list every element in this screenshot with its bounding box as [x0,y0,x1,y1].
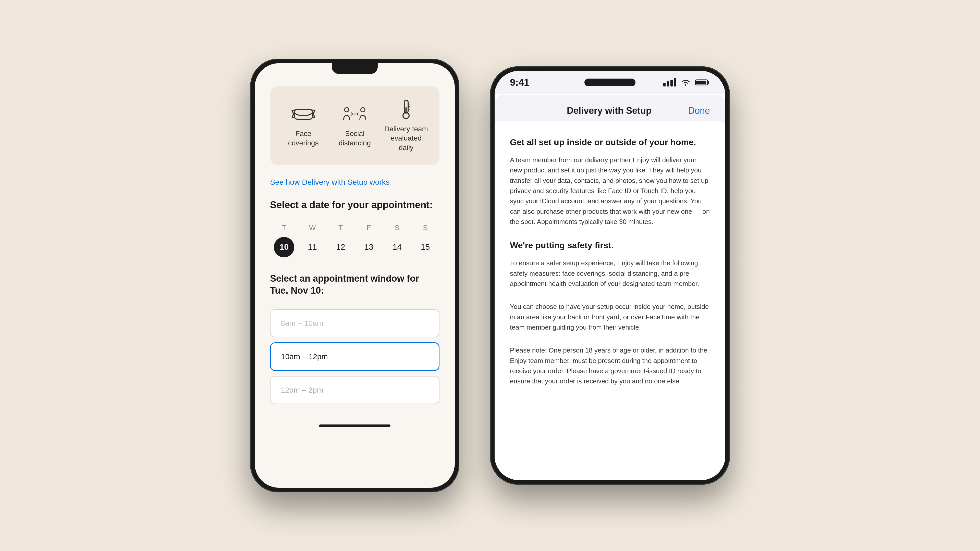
modal-header: Delivery with Setup Done [495,95,725,121]
date-10[interactable]: 10 [274,237,294,257]
thermometer-icon [393,99,419,119]
modal-section1-body: A team member from our delivery partner … [510,155,710,227]
battery-icon [695,79,710,86]
modal-section2-body1: To ensure a safer setup experience, Enjo… [510,258,710,289]
day-W: W [302,224,323,232]
see-how-link[interactable]: See how Delivery with Setup works [270,178,439,186]
time-slot-12pm[interactable]: 12pm – 2pm [270,376,439,404]
calendar-dates: 10 11 12 13 14 15 [270,237,439,257]
day-T2: T [331,224,351,232]
social-distancing-label: Social distancing [332,129,378,148]
safety-item-social-distancing: Social distancing [332,103,378,148]
time-slot-8am[interactable]: 8am – 10am [270,309,439,337]
day-F: F [359,224,379,232]
signal-icon [663,78,676,86]
face-coverings-label: Face coverings [280,129,326,148]
modal-section2-body3: Please note: One person 18 years of age … [510,345,710,386]
delivery-team-label: Delivery team evaluated daily [383,124,429,152]
svg-point-6 [361,108,365,112]
day-S1: S [387,224,407,232]
safety-item-face-coverings: Face coverings [280,103,326,148]
modal-done-button[interactable]: Done [688,105,710,116]
wifi-icon [681,79,690,86]
phone-right-screen: 9:41 [495,71,725,480]
date-13[interactable]: 13 [359,237,379,257]
people-distance-icon [342,103,368,124]
safety-item-delivery-team: Delivery team evaluated daily [383,99,429,152]
status-icons [663,78,710,86]
time-slot-10am[interactable]: 10am – 12pm [270,342,439,371]
home-indicator [319,424,390,427]
status-time: 9:41 [510,77,529,88]
select-date-title: Select a date for your appointment: [270,199,439,211]
day-T1: T [274,224,294,232]
phone-left-screen: Face coverings [255,63,455,488]
calendar: T W T F S S 10 11 12 13 14 15 [270,224,439,257]
safety-card: Face coverings [270,86,439,165]
svg-line-3 [312,110,315,111]
date-14[interactable]: 14 [387,237,407,257]
status-bar: 9:41 [495,71,725,94]
modal-section2-body2: You can choose to have your setup occur … [510,302,710,332]
svg-point-5 [345,108,349,112]
calendar-header: T W T F S S [270,224,439,232]
modal-title: Delivery with Setup [567,105,652,116]
phone-left-content: Face coverings [255,79,455,419]
day-S2: S [415,224,436,232]
modal-sheet: Delivery with Setup Done Get all set up … [495,95,725,480]
modal-body: Get all set up inside or outside of your… [495,121,725,480]
phone-left: Face coverings [250,59,460,492]
modal-section1-title: Get all set up inside or outside of your… [510,137,710,148]
date-11[interactable]: 11 [302,237,323,257]
date-12[interactable]: 12 [331,237,351,257]
svg-line-1 [292,110,294,111]
modal-section2-title: We're putting safety first. [510,240,710,251]
svg-rect-15 [696,81,706,84]
face-mask-icon [291,103,316,124]
phone-right: 9:41 [490,66,730,485]
date-15[interactable]: 15 [415,237,436,257]
appointment-window-title: Select an appointment window for Tue, No… [270,273,439,297]
